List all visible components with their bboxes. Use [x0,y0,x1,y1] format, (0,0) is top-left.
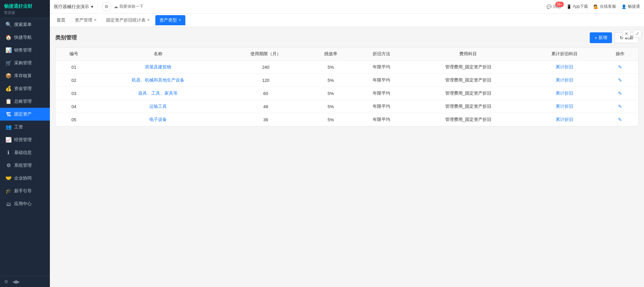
link-row2-col6[interactable]: 累计折旧 [556,91,573,96]
cell-row2-col7[interactable]: ✎ [602,87,638,100]
tab-close-depreciation[interactable]: ✕ [147,18,150,22]
col-header-3: 残值率 [308,47,354,61]
sidebar-item-capital[interactable]: 💰 资金管理 [0,82,50,95]
tab-asset-mgmt[interactable]: 资产管理✕ [71,15,101,25]
sidebar-logo: 畅捷通好业财 普及版 [0,0,50,18]
sidebar-label-app-center: 应用中心 [14,201,32,207]
sidebar-item-search[interactable]: 🔍 搜索菜单 [0,18,50,31]
edit-icon-row4[interactable]: ✎ [618,117,622,122]
main-area: 医疗器械行业演示 ▾ ⚙ ☁ 我要体验一下 💬 消息 99+ 📱 App下载 [50,0,644,287]
new-button[interactable]: + 新增 [590,32,612,43]
sidebar-item-purchase[interactable]: 🛒 采购管理 [0,57,50,69]
sidebar-label-sales: 销售管理 [14,47,32,53]
cell-row0-col1[interactable]: 房屋及建筑物 [92,61,223,74]
sidebar-item-payroll[interactable]: 👥 工资 [0,121,50,133]
edit-icon-row0[interactable]: ✎ [618,64,622,70]
cloud-icon: ☁ [114,4,118,9]
settings-button[interactable]: ⚙ [102,2,111,11]
close-window-button[interactable]: ✕ [622,30,631,38]
sidebar-item-app-center[interactable]: 🗂 应用中心 [0,197,50,210]
cell-row0-col0: 01 [56,61,92,74]
tab-label-depreciation: 固定资产折旧统计表 [106,17,146,23]
cell-row0-col7[interactable]: ✎ [602,61,638,74]
tab-close-asset-type[interactable]: ✕ [178,18,181,22]
operation-icon: 📈 [5,137,11,143]
try-button[interactable]: ☁ 我要体验一下 [114,4,144,9]
basic-info-icon: ℹ [5,150,11,156]
cell-row4-col6[interactable]: 累计折旧 [527,113,602,126]
sidebar-item-ledger[interactable]: 📋 总账管理 [0,95,50,108]
sidebar-footer: ⚙ ◀▶ [0,276,50,287]
tab-close-asset-mgmt[interactable]: ✕ [94,18,97,22]
sidebar-item-sales[interactable]: 📊 销售管理 [0,44,50,57]
toggle-icon[interactable]: ◀▶ [12,279,20,284]
cell-row3-col3: 5% [308,100,354,113]
asset-type-table: 编号名称使用期限（月）残值率折旧方法费用科目累计折旧科目操作 01房屋及建筑物2… [56,47,638,126]
sidebar-label-capital: 资金管理 [14,86,32,92]
cell-row0-col6[interactable]: 累计折旧 [527,61,602,74]
message-button[interactable]: 💬 消息 99+ [547,4,561,9]
fixed-assets-icon: 🏗 [5,111,11,117]
company-selector[interactable]: 医疗器械行业演示 ▾ [54,4,93,10]
sidebar-item-basic-info[interactable]: ℹ 基础信息 [0,146,50,159]
tab-asset-type[interactable]: 资产类型✕ [155,15,185,25]
tab-home[interactable]: 首页 [53,15,69,25]
link-row1-col6[interactable]: 累计折旧 [556,77,573,83]
inventory-icon: 📦 [5,73,11,79]
cell-row1-col7[interactable]: ✎ [602,74,638,87]
edit-icon-row3[interactable]: ✎ [618,104,622,109]
tab-depreciation[interactable]: 固定资产折旧统计表✕ [102,15,154,25]
cell-row2-col1[interactable]: 器具、工具、家具等 [92,87,223,100]
link-row4-col6[interactable]: 累计折旧 [556,117,573,122]
link-row0-col1[interactable]: 房屋及建筑物 [145,64,171,69]
sidebar-item-inventory[interactable]: 📦 库存核算 [0,69,50,82]
sidebar-nav: 🔍 搜索菜单 🏠 快捷导航 📊 销售管理 🛒 采购管理 📦 库存核算 💰 资金管… [0,18,50,276]
sidebar-item-fixed-assets[interactable]: 🏗 固定资产 [0,108,50,121]
payroll-icon: 👥 [5,124,11,130]
sidebar-label-fixed-assets: 固定资产 [14,111,32,117]
sidebar-label-payroll: 工资 [14,124,23,130]
app-download-button[interactable]: 📱 App下载 [566,4,588,9]
cell-row1-col6[interactable]: 累计折旧 [527,74,602,87]
collab-icon: 🤝 [5,175,11,181]
sidebar-item-quick-nav[interactable]: 🏠 快捷导航 [0,31,50,44]
cell-row2-col5: 管理费用_固定资产折旧 [409,87,527,100]
edit-icon-row2[interactable]: ✎ [618,91,622,96]
sidebar-item-guide[interactable]: 🎓 新手引导 [0,185,50,197]
user-icon: 👤 [621,4,626,9]
link-row0-col6[interactable]: 累计折旧 [556,64,573,69]
sidebar-item-system[interactable]: ⚙ 系统管理 [0,159,50,172]
col-header-2: 使用期限（月） [224,47,308,61]
app-subtitle: 普及版 [4,10,46,15]
sidebar-label-collab: 企业协同 [14,175,32,181]
link-row3-col6[interactable]: 累计折旧 [556,104,573,109]
cell-row3-col1[interactable]: 运输工具 [92,100,223,113]
cell-row3-col6[interactable]: 累计折旧 [527,100,602,113]
ledger-icon: 📋 [5,98,11,104]
cell-row3-col7[interactable]: ✎ [602,100,638,113]
sidebar-label-inventory: 库存核算 [14,73,32,79]
settings-icon[interactable]: ⚙ [4,279,8,284]
sidebar-label-search: 搜索菜单 [14,22,32,28]
link-row1-col1[interactable]: 机器、机械和其他生产设备 [132,77,184,83]
sidebar-item-operation[interactable]: 📈 经营管理 [0,133,50,146]
link-row3-col1[interactable]: 运输工具 [149,104,167,109]
sidebar-label-operation: 经营管理 [14,137,32,143]
topbar: 医疗器械行业演示 ▾ ⚙ ☁ 我要体验一下 💬 消息 99+ 📱 App下载 [50,0,644,13]
edit-icon-row1[interactable]: ✎ [618,77,622,83]
cell-row4-col0: 05 [56,113,92,126]
service-icon: 💁 [593,4,599,9]
cell-row1-col1[interactable]: 机器、机械和其他生产设备 [92,74,223,87]
sidebar-item-collab[interactable]: 🤝 企业协同 [0,172,50,185]
expand-window-button[interactable]: ⤢ [633,30,641,38]
cell-row2-col6[interactable]: 累计折旧 [527,87,602,100]
link-row4-col1[interactable]: 电子设备 [149,117,167,122]
cell-row4-col7[interactable]: ✎ [602,113,638,126]
app-center-icon: 🗂 [5,201,11,207]
sales-icon: 📊 [5,47,11,53]
online-service-button[interactable]: 💁 在线客服 [593,4,616,9]
link-row2-col1[interactable]: 器具、工具、家具等 [138,91,178,96]
cell-row4-col1[interactable]: 电子设备 [92,113,223,126]
cell-row0-col3: 5% [308,61,354,74]
user-button[interactable]: 👤 畅捷通 [621,4,640,9]
